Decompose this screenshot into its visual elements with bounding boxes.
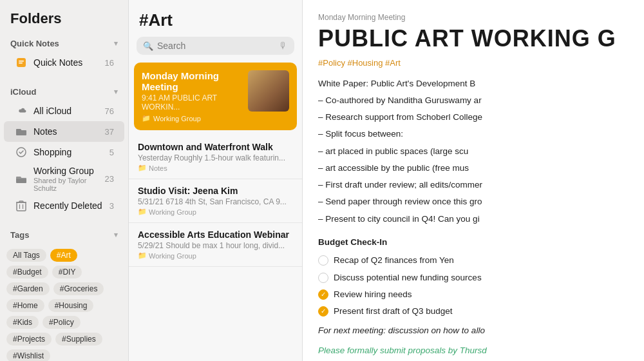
- middle-header: #Art: [129, 0, 302, 37]
- footer-note: For next meeting: discussion on how to a…: [318, 324, 629, 338]
- recently-deleted-label: Recently Deleted: [33, 200, 109, 211]
- svg-rect-2: [19, 63, 23, 64]
- body-line-4: – art accessible by the public (free mus: [318, 161, 629, 175]
- checklist-text-3: Present first draft of Q3 budget: [334, 304, 453, 318]
- featured-note-title: Monday Morning Meeting: [142, 70, 243, 92]
- studio-meta: 5/31/21 6718 4th St, San Francisco, CA 9…: [138, 197, 293, 206]
- all-icloud-count: 76: [105, 106, 114, 116]
- trash-icon: [14, 199, 28, 213]
- studio-folder: 📁 Working Group: [138, 208, 293, 216]
- body-line-1: – Research support from Schoberl College: [318, 110, 629, 124]
- working-group-label: Working Group: [33, 166, 105, 176]
- webinar-folder: 📁 Working Group: [138, 251, 293, 260]
- check-circle-1[interactable]: [318, 273, 328, 283]
- downtown-meta: Yesterday Roughly 1.5-hour walk featurin…: [138, 153, 293, 162]
- working-group-sub: Shared by Taylor Schultz: [33, 177, 105, 192]
- featured-note-folder: Working Group: [153, 115, 201, 122]
- quick-notes-label: Quick Notes: [33, 57, 105, 68]
- note-card-featured[interactable]: Monday Morning Meeting 9:41 AM PUBLIC AR…: [134, 63, 297, 130]
- note-body: White Paper: Public Art's Development B …: [318, 77, 629, 361]
- tag-art[interactable]: #Art: [50, 249, 77, 262]
- mic-icon[interactable]: 🎙: [279, 41, 288, 51]
- icloud-chevron[interactable]: ▾: [114, 88, 118, 96]
- tag-projects[interactable]: #Projects: [6, 333, 52, 346]
- webinar-title: Accessible Arts Education Webinar: [138, 229, 293, 240]
- search-bar[interactable]: 🔍 🎙: [137, 37, 294, 55]
- checklist-item-1[interactable]: Discuss potential new funding sources: [318, 271, 629, 285]
- checklist-text-2: Review hiring needs: [334, 288, 412, 302]
- checklist-item-3[interactable]: Present first draft of Q3 budget: [318, 304, 629, 318]
- body-line-3: – art placed in public spaces (large scu: [318, 144, 629, 159]
- sidebar-item-all-icloud[interactable]: All iCloud 76: [4, 101, 124, 121]
- search-icon: 🔍: [143, 41, 153, 51]
- checklist-item-0[interactable]: Recap of Q2 finances from Yen: [318, 253, 629, 268]
- featured-note-folder-row: 📁 Working Group: [142, 114, 243, 122]
- tags-wrap: All Tags #Art #Budget #DIY #Garden #Groc…: [6, 249, 122, 361]
- working-group-count: 23: [105, 174, 114, 184]
- tag-wishlist[interactable]: #Wishlist: [6, 349, 50, 361]
- checklist-text-0: Recap of Q2 finances from Yen: [334, 253, 454, 268]
- featured-thumb: [248, 70, 289, 112]
- sidebar-header: Folders: [0, 8, 128, 35]
- tag-budget[interactable]: #Budget: [6, 266, 48, 278]
- notes-count: 37: [105, 127, 114, 137]
- italic-green-text: Please formally submit proposals by Thur…: [318, 344, 629, 358]
- tag-all[interactable]: All Tags: [6, 249, 46, 262]
- sidebar-item-quick-notes[interactable]: Quick Notes 16: [4, 52, 124, 73]
- recently-deleted-count: 3: [109, 201, 114, 211]
- note-card-webinar[interactable]: Accessible Arts Education Webinar 5/29/2…: [129, 223, 302, 267]
- featured-note-meta: 9:41 AM PUBLIC ART WORKIN...: [142, 93, 243, 112]
- svg-rect-4: [17, 202, 26, 211]
- all-icloud-icon: [14, 104, 28, 118]
- note-card-downtown[interactable]: Downtown and Waterfront Walk Yesterday R…: [129, 135, 302, 179]
- sidebar-item-notes[interactable]: Notes 37: [4, 121, 124, 142]
- tag-housing[interactable]: #Housing: [48, 299, 94, 312]
- downtown-title: Downtown and Waterfront Walk: [138, 142, 293, 152]
- quick-notes-count: 16: [105, 58, 114, 68]
- checklist-text-1: Discuss potential new funding sources: [334, 271, 482, 285]
- shopping-count: 5: [109, 148, 114, 157]
- breadcrumb: Monday Morning Meeting: [318, 13, 629, 22]
- tags-chevron[interactable]: ▾: [114, 231, 118, 239]
- sidebar-item-shopping[interactable]: Shopping 5: [4, 142, 124, 162]
- working-group-icon: [14, 172, 28, 186]
- shopping-label: Shopping: [33, 147, 109, 157]
- body-line-0: – Co-authored by Nanditha Guruswamy ar: [318, 93, 629, 108]
- body-line-7: – Present to city council in Q4! Can you…: [318, 212, 629, 226]
- studio-title: Studio Visit: Jeena Kim: [138, 186, 293, 196]
- note-card-studio[interactable]: Studio Visit: Jeena Kim 5/31/21 6718 4th…: [129, 179, 302, 223]
- note-detail-panel: Monday Morning Meeting PUBLIC ART WORKIN…: [303, 0, 644, 361]
- check-circle-2[interactable]: [318, 289, 328, 300]
- tag-diy[interactable]: #DIY: [52, 266, 82, 278]
- budget-section-title: Budget Check-In: [318, 235, 629, 249]
- svg-rect-1: [19, 61, 24, 62]
- check-circle-0[interactable]: [318, 255, 328, 266]
- notes-label: Notes: [33, 126, 105, 137]
- tag-home[interactable]: #Home: [6, 299, 44, 312]
- body-line-2: – Split focus between:: [318, 127, 629, 141]
- tag-supplies[interactable]: #Supplies: [55, 333, 102, 346]
- icloud-section: iCloud ▾: [0, 83, 128, 101]
- checklist-item-2[interactable]: Review hiring needs: [318, 288, 629, 302]
- quick-notes-section: Quick Notes ▾: [0, 35, 128, 52]
- tag-groceries[interactable]: #Groceries: [53, 282, 104, 295]
- body-line-6: – Send paper through review once this gr…: [318, 195, 629, 209]
- tag-garden[interactable]: #Garden: [6, 282, 50, 295]
- downtown-folder: 📁 Notes: [138, 164, 293, 172]
- sidebar-item-working-group[interactable]: Working Group Shared by Taylor Schultz 2…: [4, 162, 124, 195]
- tag-policy[interactable]: #Policy: [43, 316, 80, 329]
- check-circle-3[interactable]: [318, 306, 328, 317]
- sidebar-item-recently-deleted[interactable]: Recently Deleted 3: [4, 195, 124, 216]
- notes-folder-icon: [14, 124, 28, 139]
- webinar-meta: 5/29/21 Should be max 1 hour long, divid…: [138, 241, 293, 250]
- note-title: PUBLIC ART WORKING G: [318, 26, 629, 52]
- body-line-5: – First draft under review; all edits/co…: [318, 178, 629, 192]
- notes-list-panel: #Art 🔍 🎙 Monday Morning Meeting 9:41 AM …: [129, 0, 303, 361]
- shopping-icon: [14, 145, 28, 159]
- all-icloud-label: All iCloud: [33, 106, 105, 116]
- quick-notes-chevron[interactable]: ▾: [114, 39, 118, 48]
- tags-section-header: Tags ▾: [0, 226, 128, 244]
- tag-kids[interactable]: #Kids: [6, 316, 39, 329]
- search-input[interactable]: [157, 41, 279, 51]
- quick-notes-icon: [14, 55, 28, 70]
